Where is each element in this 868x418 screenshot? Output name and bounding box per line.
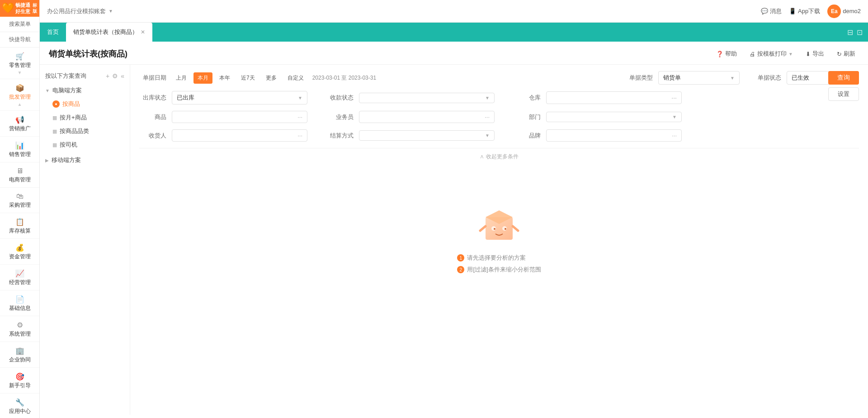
doc-type-arrow-icon: ▼: [730, 76, 735, 81]
tab-sales-stats[interactable]: 销货单统计表（按商品） ✕: [66, 23, 152, 42]
help-button[interactable]: ❓ 帮助: [712, 48, 741, 60]
sidebar: 🧡 畅捷通好生意 标版 搜索菜单 快捷导航 🛒 零售管理 ▼ 📦 批发管理 ▲ …: [0, 0, 40, 418]
receiver-input[interactable]: ···: [172, 129, 307, 142]
out-status-select[interactable]: 已出库 ▼: [172, 91, 307, 104]
ecommerce-icon: 🖥: [16, 167, 24, 175]
empty-tips: 1 请先选择要分析的方案 2 用[过滤]条件来缩小分析范围: [457, 254, 541, 274]
empty-state: 1 请先选择要分析的方案 2 用[过滤]条件来缩小分析范围: [139, 165, 859, 310]
print-button[interactable]: 🖨 按模板打印 ▼: [746, 48, 797, 60]
warehouse-label: 仓库: [514, 94, 541, 102]
sidebar-item-system[interactable]: ⚙ 系统管理: [0, 316, 39, 342]
app-download-button[interactable]: 📱 App下载: [789, 7, 820, 15]
date-btn-thisyear[interactable]: 本年: [215, 72, 234, 84]
sidebar-item-inventory[interactable]: 📋 库存核算: [0, 213, 39, 239]
empty-tip-2: 2 用[过滤]条件来缩小分析范围: [457, 266, 541, 274]
breadcrumb: 办公用品行业模拟账套 ▼: [47, 7, 755, 15]
tree-group-pc-header[interactable]: ▼ 电脑端方案: [40, 84, 130, 97]
payment-status-select[interactable]: ▼: [359, 93, 495, 103]
search-menu-button[interactable]: 搜索菜单: [0, 17, 39, 32]
svg-point-4: [494, 228, 495, 230]
filter-row-3: 商品 ··· 业务员 ··· 部门: [139, 111, 859, 123]
sidebar-item-finance[interactable]: 💰 资金管理: [0, 239, 39, 265]
date-btn-7days[interactable]: 近7天: [237, 72, 259, 84]
date-btn-more[interactable]: 更多: [262, 72, 281, 84]
marketing-icon: 📢: [15, 115, 24, 124]
purchase-icon: 🛍: [16, 192, 24, 200]
by-month-icon: ▦: [52, 115, 57, 121]
sidebar-item-marketing[interactable]: 📢 营销推广: [0, 111, 39, 137]
warehouse-select[interactable]: ···: [546, 91, 682, 104]
maximize-icon[interactable]: ⊡: [857, 28, 863, 37]
collapse-bar[interactable]: ∧ 收起更多条件: [139, 148, 859, 165]
tree-group-pc: ▼ 电脑端方案 ● 按商品 ▦ 按月+商品 ▦: [40, 84, 130, 152]
staff-label: 业务员: [326, 113, 354, 121]
page-title: 销货单统计表(按商品): [49, 48, 127, 59]
sidebar-item-purchase[interactable]: 🛍 采购管理: [0, 188, 39, 213]
avatar: Ea: [827, 5, 841, 18]
date-btn-lastmonth[interactable]: 上月: [172, 72, 191, 84]
date-btn-custom[interactable]: 自定义: [283, 72, 308, 84]
out-status-label: 出库状态: [139, 94, 166, 102]
tree-item-by-product[interactable]: ● 按商品: [40, 97, 130, 111]
by-driver-icon: ▦: [52, 142, 57, 148]
wholesale-icon: 📦: [15, 84, 24, 92]
filter-row-1: 单据日期 上月 本月 本年 近7天 更多 自定义 2023-03-01 至 20…: [139, 71, 859, 85]
settings-button[interactable]: 设置: [828, 87, 859, 101]
sidebar-item-wholesale[interactable]: 📦 批发管理 ▲: [0, 79, 39, 111]
product-dots-icon: ···: [297, 114, 302, 120]
sidebar-item-guide[interactable]: 🎯 新手引导: [0, 368, 39, 394]
sidebar-item-company[interactable]: 🏢 企业协同: [0, 342, 39, 368]
refresh-button[interactable]: ↻ 刷新: [833, 48, 859, 60]
filter-area-wrapper: 单据日期 上月 本月 本年 近7天 更多 自定义 2023-03-01 至 20…: [130, 65, 868, 415]
system-icon: ⚙: [17, 321, 23, 329]
tabbar: 首页 销货单统计表（按商品） ✕ ⊟ ⊡: [40, 23, 868, 42]
tab-close-icon[interactable]: ✕: [141, 29, 145, 35]
page-header: 销货单统计表(按商品) ❓ 帮助 🖨 按模板打印 ▼ ⬇ 导出: [40, 42, 868, 65]
sidebar-item-ecommerce[interactable]: 🖥 电商管理: [0, 162, 39, 188]
by-category-icon: ▦: [52, 128, 57, 134]
sidebar-item-basic[interactable]: 📄 基础信息: [0, 290, 39, 316]
tree-item-by-category[interactable]: ▦ 按商品品类: [40, 124, 130, 138]
tree-item-by-month-product[interactable]: ▦ 按月+商品: [40, 111, 130, 124]
quick-nav-button[interactable]: 快捷导航: [0, 32, 39, 48]
refresh-icon: ↻: [837, 51, 842, 57]
sidebar-item-operation[interactable]: 📈 经营管理: [0, 265, 39, 290]
add-scheme-button[interactable]: +: [106, 72, 109, 80]
sidebar-item-retail[interactable]: 🛒 零售管理 ▼: [0, 48, 39, 79]
tab-home[interactable]: 首页: [40, 23, 66, 42]
date-filter-buttons: 上月 本月 本年 近7天 更多 自定义 2023-03-01 至 2023-03…: [172, 72, 376, 84]
payment-method-label: 结算方式: [326, 132, 354, 140]
sidebar-item-appcenter[interactable]: 🔧 应用中心: [0, 394, 39, 418]
empty-illustration: [476, 201, 522, 247]
retail-icon: 🛒: [15, 52, 24, 61]
message-button[interactable]: 💬 消息: [761, 7, 782, 15]
print-dropdown-icon[interactable]: ▼: [788, 52, 793, 57]
window-buttons: ⊟ ⊡: [847, 28, 868, 37]
query-button[interactable]: 查询: [828, 71, 859, 85]
product-label: 商品: [139, 113, 166, 121]
sidebar-item-sales[interactable]: 📊 销售管理: [0, 137, 39, 162]
staff-input[interactable]: ···: [359, 111, 495, 123]
receiver-dots-icon: ···: [297, 132, 302, 139]
content-area: 销货单统计表(按商品) ❓ 帮助 🖨 按模板打印 ▼ ⬇ 导出: [40, 42, 868, 418]
user-menu[interactable]: Ea demo2: [827, 5, 861, 18]
filter-row-2: 出库状态 已出库 ▼ 收款状态 ▼ 仓库: [139, 91, 859, 104]
export-button[interactable]: ⬇ 导出: [802, 48, 828, 60]
date-filter-control: 上月 本月 本年 近7天 更多 自定义 2023-03-01 至 2023-03…: [172, 72, 611, 84]
filter-area: 单据日期 上月 本月 本年 近7天 更多 自定义 2023-03-01 至 20…: [130, 65, 868, 316]
dept-select[interactable]: ▼: [546, 112, 682, 122]
tree-item-by-driver[interactable]: ▦ 按司机: [40, 138, 130, 152]
payment-method-select[interactable]: ▼: [359, 130, 495, 141]
tree-group-mobile-header[interactable]: ▶ 移动端方案: [40, 153, 130, 167]
product-input[interactable]: ···: [172, 111, 307, 123]
minimize-icon[interactable]: ⊟: [847, 28, 853, 37]
collapse-panel-button[interactable]: «: [121, 72, 124, 80]
mobile-icon: 📱: [789, 8, 796, 14]
doc-type-select[interactable]: 销货单 ▼: [658, 71, 740, 85]
breadcrumb-dropdown-icon[interactable]: ▼: [108, 9, 113, 14]
finance-icon: 💰: [15, 243, 24, 252]
scheme-settings-button[interactable]: ⚙: [112, 72, 118, 80]
brand-input[interactable]: ···: [546, 129, 682, 142]
staff-dots-icon: ···: [485, 114, 490, 120]
date-btn-thismonth[interactable]: 本月: [193, 72, 212, 84]
